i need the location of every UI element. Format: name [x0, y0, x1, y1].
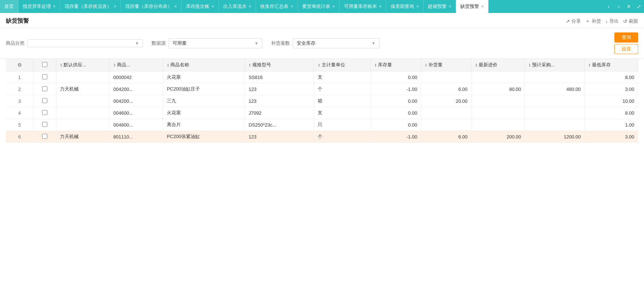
row-stock-qty: 0.00 [371, 95, 421, 107]
page-header: 缺货预警 ↗ 分享 ＋ 补货 ↓ 导出 ↺ 刷新 [0, 13, 644, 28]
spec-header: ↕ 规格型号 [245, 59, 314, 71]
tab-home[interactable]: 首页 [0, 0, 18, 13]
row-checkbox[interactable] [42, 110, 47, 115]
row-spec: SS816 [245, 71, 314, 83]
tab-close-receipt[interactable]: × [291, 4, 293, 9]
min-stock-sort-icon[interactable]: ↕ [588, 62, 591, 67]
row-latest-price [471, 107, 525, 119]
tab-close-available[interactable]: × [379, 4, 382, 9]
row-stock-qty: 0.00 [371, 107, 421, 119]
row-product-name: 火花塞 [163, 107, 245, 119]
tab-close-expiry[interactable]: × [416, 4, 419, 9]
latest-price-sort-icon[interactable]: ↕ [475, 62, 478, 67]
datasource-label: 数据源 [152, 40, 166, 47]
row-unit: 个 [314, 131, 371, 143]
table-row[interactable]: 1 0000042 火花塞 SS816 支 0.00 8.00 [6, 71, 638, 83]
select-all-checkbox[interactable] [42, 62, 47, 67]
tab-next-btn[interactable]: › [614, 4, 624, 9]
export-icon: ↓ [605, 18, 608, 24]
tab-inventory-dist[interactable]: 现存量（库存分布表） × [121, 0, 182, 13]
settings-column-header: ⚙ [6, 59, 34, 71]
row-checkbox[interactable] [42, 86, 47, 91]
replenish-base-select[interactable]: 安全库存 ▼ [293, 38, 379, 48]
product-name-header: ↕ 商品名称 [163, 59, 245, 71]
tab-available-ledger[interactable]: 可用量库存账本 × [340, 0, 386, 13]
table-row[interactable]: 5 004800... 离合片 DS250*23c... 只 0.00 1.00 [6, 119, 638, 131]
row-stock-qty: -1.00 [371, 83, 421, 95]
export-btn[interactable]: ↓ 导出 [605, 18, 619, 25]
tab-prev-btn[interactable]: ‹ [604, 4, 614, 9]
row-supplier [56, 119, 109, 131]
tab-expiry-query[interactable]: 保质期查询 × [386, 0, 423, 13]
row-product-code: 0000042 [110, 71, 163, 83]
tab-overstock[interactable]: 超储预警 × [423, 0, 456, 13]
row-min-stock: 10.00 [584, 95, 638, 107]
tab-close-flow[interactable]: × [249, 4, 251, 9]
row-unit: 箱 [314, 95, 371, 107]
estimated-purchase-header: ↕ 预计采购... [525, 59, 585, 71]
row-replenish-qty: 6.00 [421, 131, 471, 143]
tab-inventory-status[interactable]: 现存量（库存状况表） × [60, 0, 121, 13]
row-checkbox[interactable] [42, 122, 47, 127]
tab-in-out-flow[interactable]: 出入库流水 × [219, 0, 256, 13]
stock-qty-sort-icon[interactable]: ↕ [374, 62, 377, 67]
datasource-select[interactable]: 可用量 ▼ [169, 38, 262, 48]
row-spec: 123 [245, 131, 314, 143]
tab-shortage[interactable]: 缺货预警 × [456, 0, 488, 13]
tab-close-all-btn[interactable]: ✕ [624, 4, 634, 9]
tab-close-order[interactable]: × [332, 4, 335, 9]
replenish-qty-sort-icon[interactable]: ↕ [425, 62, 427, 67]
query-button[interactable]: 查询 [614, 32, 638, 43]
row-latest-price [471, 119, 525, 131]
unit-sort-icon[interactable]: ↕ [318, 62, 320, 67]
tab-receipt-summary[interactable]: 收发存汇总表 × [256, 0, 298, 13]
row-unit: 支 [314, 107, 371, 119]
stock-qty-header: ↕ 库存量 [371, 59, 421, 71]
row-product-code: 004600... [110, 107, 163, 119]
row-min-stock: 3.00 [584, 83, 638, 95]
table-row[interactable]: 6 力天机械 801110... PC200张紧油缸 123 个 -1.00 6… [6, 131, 638, 143]
table-row[interactable]: 3 004200... 三九 123 箱 0.00 20.00 10.00 [6, 95, 638, 107]
replenish-btn[interactable]: ＋ 补货 [585, 18, 601, 25]
row-supplier: 力天机械 [56, 83, 109, 95]
tab-close-overstock[interactable]: × [449, 4, 451, 9]
row-latest-price [471, 71, 525, 83]
table-container: ⚙ ↕ 默认供应... ↕ 商品... ↕ 商品名称 [0, 59, 644, 287]
refresh-btn[interactable]: ↺ 刷新 [623, 18, 638, 25]
row-checkbox-cell [34, 119, 56, 131]
table-row[interactable]: 4 004600... 火花塞 J7092 支 0.00 8.00 [6, 107, 638, 119]
min-stock-header: ↕ 最低库存 [584, 59, 638, 71]
tab-close-shortage[interactable]: × [481, 4, 484, 9]
product-name-sort-icon[interactable]: ↕ [167, 62, 169, 67]
datasource-chevron-icon: ▼ [254, 41, 258, 45]
category-chevron-icon: ▼ [135, 41, 139, 45]
row-checkbox[interactable] [42, 134, 47, 139]
row-min-stock: 8.00 [584, 107, 638, 119]
replenish-base-label: 补货基数 [271, 40, 290, 47]
spec-sort-icon[interactable]: ↕ [249, 62, 251, 67]
tab-batch-account[interactable]: 库存批次账 × [182, 0, 219, 13]
tab-order-stats[interactable]: 要货单统计表 × [298, 0, 340, 13]
tab-defect-handling[interactable]: 拣货异常处理 × [18, 0, 60, 13]
row-product-name: 三九 [163, 95, 245, 107]
tab-close-defect[interactable]: × [53, 4, 56, 9]
supplier-header: ↕ 默认供应... [56, 59, 109, 71]
row-product-code: 801110... [110, 131, 163, 143]
supplier-sort-icon[interactable]: ↕ [60, 62, 62, 67]
table-row[interactable]: 2 力天机械 004200... PC200油缸庄子 123 个 -1.00 6… [6, 83, 638, 95]
share-btn[interactable]: ↗ 分享 [566, 18, 581, 25]
tab-close-batch[interactable]: × [212, 4, 214, 9]
row-checkbox[interactable] [42, 98, 47, 103]
row-replenish-qty: 20.00 [421, 95, 471, 107]
table-header-row: ⚙ ↕ 默认供应... ↕ 商品... ↕ 商品名称 [6, 59, 638, 71]
row-replenish-qty [421, 107, 471, 119]
est-purchase-sort-icon[interactable]: ↕ [528, 62, 531, 67]
product-code-sort-icon[interactable]: ↕ [113, 62, 116, 67]
column-settings-btn[interactable]: ⚙ [17, 62, 22, 68]
row-checkbox[interactable] [42, 74, 47, 79]
tab-close-inventory-status[interactable]: × [114, 4, 116, 9]
setting-button[interactable]: 设置 [614, 44, 638, 54]
tab-maximize-btn[interactable]: ⤢ [634, 4, 644, 9]
category-select[interactable]: ▼ [27, 39, 143, 47]
tab-close-inventory-dist[interactable]: × [174, 4, 177, 9]
